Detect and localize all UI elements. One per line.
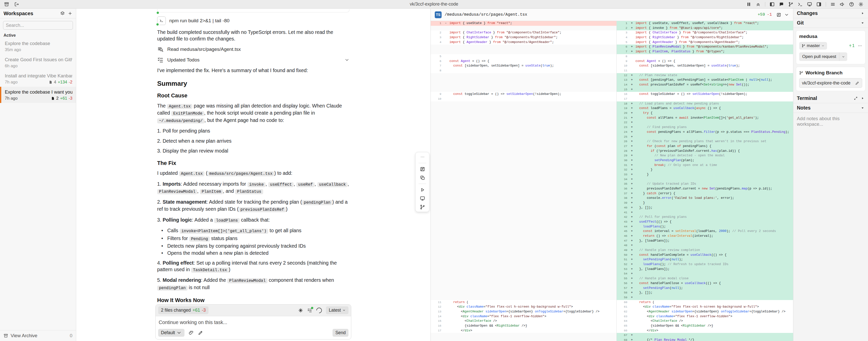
latest-dropdown[interactable]: Latest <box>326 306 348 314</box>
diff-code-row: 16 {sidebarOpen && <RightSidebar />} <box>431 323 616 328</box>
play-icon[interactable] <box>420 187 425 192</box>
notes-input[interactable]: Add notes about this workspace... <box>793 113 868 130</box>
megaphone-icon[interactable] <box>840 2 845 7</box>
pr-options-dropdown[interactable] <box>839 52 847 61</box>
code-line: const previousPlanIdsRef = useRef<Set<st… <box>636 83 793 87</box>
line-number: 34 <box>617 177 630 182</box>
send-button[interactable]: Send <box>333 329 348 337</box>
diff-marker: + <box>630 290 636 295</box>
tool-call-row[interactable]: npm run build 2>&1 | tail -80 <box>157 17 349 25</box>
settings-icon[interactable] <box>858 2 863 7</box>
collapse-up-icon[interactable] <box>756 2 761 7</box>
workspace-item[interactable]: Install and integrate Vibe Kanban Web7h … <box>0 70 76 87</box>
working-branch-input[interactable]: vk/3ccf-explore-the-code <box>799 78 862 88</box>
bold-text: Polling effect <box>163 260 194 266</box>
diff-marker: + <box>630 106 636 111</box>
text: ) <box>229 267 230 272</box>
line-number: 2 <box>431 30 444 35</box>
attach-file-button[interactable] <box>189 330 194 335</box>
diff-marker: + <box>630 49 636 54</box>
diff-gap-row <box>431 158 616 163</box>
diff-file-header[interactable]: TS /medusa/medusa/src/pages/Agent.tsx +5… <box>431 9 793 21</box>
code-line: // Poll for pending plans <box>636 215 793 220</box>
monitor-icon[interactable] <box>420 196 425 201</box>
tool-call-row[interactable]: Read medusa/src/pages/Agent.tsx <box>157 46 349 53</box>
diff-marker: + <box>630 83 636 87</box>
text: callback that: <box>240 217 270 223</box>
diff-panel: TS /medusa/medusa/src/pages/Agent.tsx +5… <box>431 9 793 341</box>
message-input[interactable]: Continue working on this task... <box>156 316 351 327</box>
workspace-item[interactable]: Explore the codebase35m ago <box>0 38 76 54</box>
chevron-down-icon[interactable] <box>344 57 349 62</box>
diff-gap-row <box>431 206 616 210</box>
section-git[interactable]: Git <box>793 18 868 28</box>
open-pull-request-button[interactable]: Open pull request <box>799 52 839 61</box>
section-terminal[interactable]: Terminal <box>793 94 868 103</box>
diff-code-row: 28+ if (!previousPlanIdsRef.current.has(… <box>617 149 793 154</box>
code-line <box>636 68 793 73</box>
diff-gap-row <box>431 177 616 182</box>
inline-code: previousPlanIdsRef <box>239 207 286 212</box>
line-number: 46 <box>617 234 630 239</box>
git-sidebar: Changes Git medusa master <box>793 9 868 341</box>
code-line: const allPlans = await invoke<PlanItem[]… <box>636 116 793 120</box>
layers-icon[interactable] <box>60 11 65 16</box>
monitor-icon[interactable] <box>807 2 812 7</box>
diff-code-row: 55+ // Handle plan modal close <box>617 276 793 281</box>
workspaces-sidebar: Workspaces Active Explore the codebase35… <box>0 9 76 341</box>
chat-bubble-icon[interactable] <box>779 2 784 7</box>
collapse-file-icon[interactable] <box>784 12 789 17</box>
view-archive-button[interactable]: View Archive 0 <box>0 330 76 341</box>
code-line: previousPlanIdsRef.current = new Set(pen… <box>636 186 793 191</box>
copy-icon[interactable] <box>420 175 425 180</box>
diff-gap-row <box>431 272 616 276</box>
edit-pen-button[interactable] <box>198 330 203 335</box>
panel-right-icon[interactable] <box>816 2 822 7</box>
diff-icon[interactable] <box>420 166 425 172</box>
diff-code-row: 21+ const allPlans = await invoke<PlanIt… <box>617 116 793 120</box>
working-branch-label: Working Branch <box>805 70 842 75</box>
spark-icon[interactable] <box>298 308 303 313</box>
more-options-button[interactable] <box>858 43 862 48</box>
code-line <box>636 97 793 101</box>
workspace-item[interactable]: Explore the codebase I want you to exp7h… <box>0 87 76 103</box>
diff-code-row: 1+import { useState, useEffect, useRef, … <box>617 21 793 26</box>
todos-status-button[interactable] <box>307 308 312 313</box>
diff-code-row: 4import { AgentHeader } from "@/componen… <box>431 40 616 45</box>
menu-icon[interactable] <box>830 2 835 7</box>
line-number: 17 <box>617 97 630 101</box>
code-line: } <box>636 172 793 177</box>
diff-gap-row <box>431 220 616 224</box>
section-changes[interactable]: Changes <box>793 9 868 18</box>
terminal-icon[interactable] <box>798 2 803 7</box>
expand-terminal-icon[interactable] <box>854 96 858 100</box>
git-branch-icon[interactable] <box>420 205 425 210</box>
code-line: setPendingPlan(null); <box>636 257 793 262</box>
diff-gap-row <box>431 73 616 78</box>
archive-icon[interactable] <box>4 2 9 7</box>
pause-icon[interactable] <box>746 2 751 7</box>
tool-call-row[interactable]: Updated Todos <box>157 57 349 63</box>
conversation-scroll-area[interactable]: npm run build 2>&1 | tail -80The build c… <box>76 9 430 304</box>
code-line: // Load plans and detect new pending pla… <box>636 101 793 106</box>
diff-view-toggle-icon[interactable] <box>776 12 781 17</box>
text: , <box>197 188 200 194</box>
git-branch-icon[interactable] <box>788 2 793 7</box>
branch-selector[interactable]: master <box>799 42 827 50</box>
sign-out-icon[interactable] <box>14 2 19 7</box>
section-notes[interactable]: Notes <box>793 103 868 113</box>
model-dropdown[interactable]: Default <box>158 329 184 337</box>
search-input[interactable] <box>3 21 73 30</box>
new-workspace-button[interactable] <box>68 11 72 16</box>
diff-code-row: 31+ break; // Only open one at a time <box>617 163 793 168</box>
workspace-item[interactable]: Create Good First Issues on Github So p6… <box>0 54 76 70</box>
diff-marker: + <box>630 262 636 267</box>
panel-left-icon[interactable] <box>770 2 775 7</box>
code-line: import { invoke } from "@tauri-apps/api/… <box>636 26 793 31</box>
edit-branch-icon[interactable] <box>855 81 859 85</box>
workspace-time: 7h ago <box>5 80 18 85</box>
code-line: }, [loadPlans]); <box>636 267 793 272</box>
help-icon[interactable] <box>849 2 854 7</box>
diff-marker: + <box>630 177 636 182</box>
files-changed-pill[interactable]: 2 files changed +61 -3 <box>158 306 209 314</box>
